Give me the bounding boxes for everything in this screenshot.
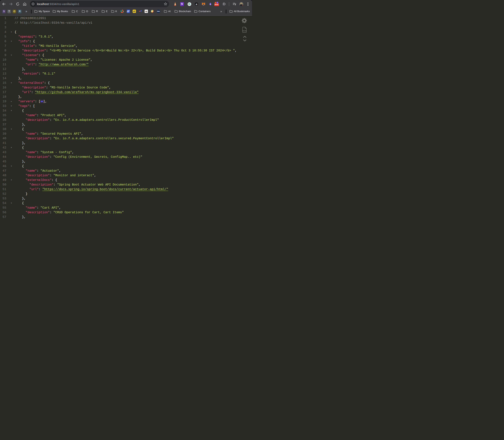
svg-text:N: N xyxy=(152,10,153,12)
svg-text:RAW: RAW xyxy=(243,30,246,32)
